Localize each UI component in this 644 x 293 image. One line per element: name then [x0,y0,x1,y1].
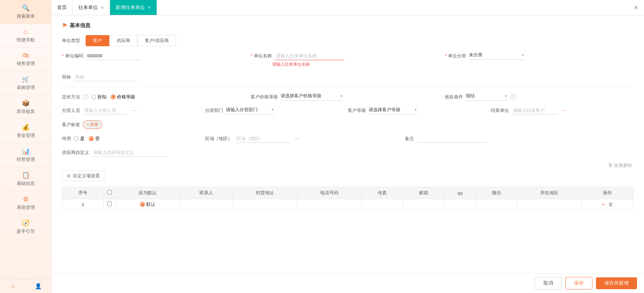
customer-level-select[interactable]: 请选择客户等级 ▼ [369,107,417,115]
unit-type-supplier[interactable]: 供应商 [109,35,138,46]
form-row-shortname: 简称 [62,73,634,81]
unit-category-value: 未分类 [469,52,482,58]
sidebar-item-label: 销售管理 [17,60,35,67]
form-row-unit-type: 单位类型 客户 供应商 客户/供应商 [62,35,634,46]
save-and-new-button[interactable]: 保存并新增 [596,277,637,289]
chevron-down-icon4: ▼ [271,108,275,112]
sidebar-bottom-user[interactable]: 👤 [26,279,52,293]
unit-code-input[interactable] [86,52,142,60]
customer-price-level-field: 客户价格等级 请选择客户价格等级 ▼ [251,93,445,101]
payment-help-icon[interactable]: ? [510,94,516,100]
tab-home[interactable]: 首页 [52,0,73,15]
table-row: 1 默认 [62,199,634,210]
bottom-bar: 取消 保存 保存并新增 [52,273,644,293]
sidebar-item-label: 资金管理 [17,132,35,139]
tab-new-partner-close[interactable]: ✕ [148,5,151,10]
remark-input[interactable] [417,135,486,143]
unit-type-customer[interactable]: 客户 [86,35,109,46]
short-name-field: 简称 [62,73,251,81]
discount-label: 折扣 [97,94,107,100]
department-field: 分管部门 请输入分管部门 ▼ [205,107,348,115]
sidebar-item-finance[interactable]: 💰 资金管理 [0,119,51,143]
add-tag-label: + 标签 [87,122,99,128]
discount-radio[interactable] [91,95,96,99]
customer-tag-label: 客户标签 [62,122,80,128]
pricing-discount[interactable]: 折扣 [91,94,107,100]
unit-name-field: 单位名称 请输入往来单位名称 [251,52,445,67]
sidebar-item-search[interactable]: 🔍 搜索菜单 [0,0,51,24]
supplier-custom-input[interactable] [92,148,168,157]
sidebar-item-operations[interactable]: 📊 经营管理 [0,143,51,167]
cell-action: + 🗑 [581,199,633,210]
form-row-codes: 单位编码 单位名称 请输入往来单位名称 单位分类 未分类 ▼ [62,52,634,67]
pricing-level[interactable]: 价格等级 [111,94,135,100]
region-more-btn[interactable]: ··· [293,136,301,142]
supplier-custom-label: 供应商自定义 [62,149,89,156]
sidebar-item-newbie[interactable]: 🧭 新手引导 [0,215,51,239]
form-row-tag: 客户标签 + 标签 [62,120,634,129]
tab-home-label: 首页 [57,5,67,11]
settlement-more-btn[interactable]: ··· [560,107,567,114]
unit-type-both[interactable]: 客户/供应商 [138,35,176,46]
level-label: 价格等级 [117,94,135,100]
department-select[interactable]: 请输入分管部门 ▼ [226,107,275,115]
batch-delete-label[interactable]: 批量删除 [614,162,632,169]
tab-partners-close[interactable]: ✕ [101,5,104,10]
section-title: 基本信息 [70,22,91,29]
customer-price-level-select[interactable]: 请选择客户价格等级 ▼ [281,93,343,101]
department-placeholder: 请输入分管部门 [226,107,258,113]
pricing-help-icon[interactable]: ? [83,94,88,100]
level-radio[interactable] [111,95,116,99]
tab-new-partner[interactable]: 新增往来单位 ✕ [110,0,157,15]
disabled-yes-radio[interactable] [74,136,79,141]
payment-terms-select[interactable]: 现结 ▼ [466,93,508,101]
disabled-no[interactable]: 否 [89,136,100,142]
pricing-method-field: 定价方法 ? 折扣 价格等级 [62,94,251,100]
pricing-method-label: 定价方法 [62,94,80,100]
row-checkbox[interactable] [107,202,112,206]
manager-label: 分管人员 [62,107,80,114]
custom-settings-button[interactable]: ⚙ 自定义项设置 [62,171,104,181]
col-default: 设为默认 [116,187,180,199]
manager-input[interactable] [83,106,128,115]
sidebar-item-purchase[interactable]: 🛒 采购管理 [0,71,51,95]
short-name-input[interactable] [74,73,136,81]
customer-price-level-placeholder: 请选择客户价格等级 [281,93,321,99]
cancel-button[interactable]: 取消 [535,277,562,290]
unit-category-select[interactable]: 未分类 ▼ [469,52,525,60]
sidebar-item-inventory[interactable]: 📦 库存核算 [0,95,51,119]
sidebar-bottom-home[interactable]: ⌂ [0,279,26,293]
cell-phone [297,199,361,210]
unit-name-error: 请输入往来单位名称 [272,62,310,67]
disabled-yes[interactable]: 是 [74,136,85,142]
region-input[interactable] [235,135,291,143]
cell-checkbox [104,199,116,210]
cell-wechat [476,199,517,210]
disabled-field: 停用 是 否 [62,136,205,142]
cell-fax [361,199,403,210]
tab-partners[interactable]: 往来单位 ✕ [73,0,110,15]
close-all-tabs[interactable]: ✕ [628,4,644,11]
sidebar-item-basic[interactable]: 📋 基础信息 [0,167,51,191]
sidebar-item-quicknav[interactable]: ⌂ 快捷导航 [0,24,51,48]
add-row-btn[interactable]: + [602,202,605,207]
default-radio[interactable] [140,202,145,207]
disabled-no-radio[interactable] [89,136,94,141]
sidebar-item-sales[interactable]: 🛍 销售管理 [0,48,51,71]
unit-name-input[interactable] [275,52,344,60]
sidebar-item-system[interactable]: ⚙ 系统管理 [0,191,51,215]
settlement-unit-input[interactable] [512,106,557,115]
sidebar-item-label: 快捷导航 [17,37,35,43]
manager-more-btn[interactable]: ··· [131,107,138,114]
region-label: 区域（地区） [205,136,232,142]
cell-address [233,199,297,210]
delete-row-btn[interactable]: 🗑 [608,202,613,207]
unit-category-field: 单位分类 未分类 ▼ [445,52,634,60]
add-tag-button[interactable]: + 标签 [83,120,102,129]
default-label: 默认 [146,201,155,207]
save-button[interactable]: 保存 [565,277,592,290]
col-email: 邮箱 [403,187,444,199]
select-all-checkbox[interactable] [107,190,112,195]
customer-level-placeholder: 请选择客户等级 [369,107,400,113]
chevron-down-icon2: ▼ [340,94,343,98]
